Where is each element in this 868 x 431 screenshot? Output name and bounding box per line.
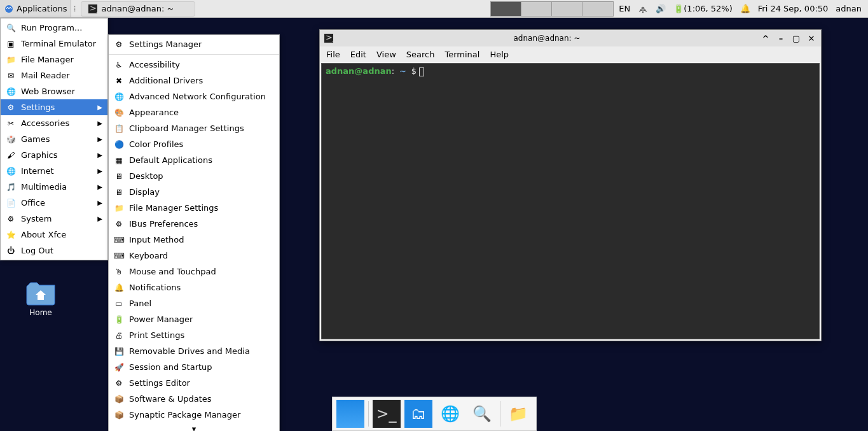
settings-item-accessibility[interactable]: ♿Accessibility [109, 57, 279, 73]
workspace-1[interactable] [491, 2, 521, 16]
battery-text: (1:06, 52%) [684, 4, 733, 13]
settings-item-session-and-startup[interactable]: 🚀Session and Startup [109, 359, 279, 375]
menu-icon: ♿ [114, 60, 124, 70]
menu-label: Power Manager [129, 314, 193, 324]
window-close-button[interactable]: ✕ [806, 32, 817, 44]
menu-item-internet[interactable]: 🌐Internet▶ [1, 163, 107, 179]
workspace-2[interactable] [521, 2, 552, 16]
menu-item-mail-reader[interactable]: ✉Mail Reader [1, 67, 107, 83]
menu-item-settings[interactable]: ⚙Settings▶ [1, 99, 107, 115]
settings-item-removable-drives-and-media[interactable]: 💾Removable Drives and Media [109, 343, 279, 359]
menu-item-about-xfce[interactable]: ⭐About Xfce [1, 227, 107, 243]
settings-item-settings-manager[interactable]: ⚙Settings Manager [109, 36, 279, 52]
dock-terminal[interactable]: >_ [373, 400, 401, 428]
volume-icon[interactable]: 🔊 [653, 4, 668, 13]
panel-left: Applications ⁞ >_ adnan@adnan: ~ [0, 0, 195, 17]
settings-item-ibus-preferences[interactable]: ⚙IBus Preferences [109, 216, 279, 232]
terminal-body[interactable]: adnan@adnan: ~ $ [321, 63, 820, 339]
dock-folder[interactable]: 📁 [504, 400, 532, 428]
settings-item-power-manager[interactable]: 🔋Power Manager [109, 311, 279, 327]
settings-item-color-profiles[interactable]: 🔵Color Profiles [109, 136, 279, 152]
terminal-menu-view[interactable]: View [376, 50, 396, 59]
desktop-home-icon[interactable]: Home [25, 280, 56, 317]
settings-item-keyboard[interactable]: ⌨Keyboard [109, 248, 279, 264]
window-maximize-button[interactable]: ▢ [790, 32, 802, 44]
menu-icon: 📋 [114, 124, 124, 134]
settings-item-software-updates[interactable]: 📦Software & Updates [109, 391, 279, 407]
language-indicator[interactable]: EN [616, 4, 633, 13]
workspace-3[interactable] [552, 2, 582, 16]
clock[interactable]: Fri 24 Sep, 00:50 [755, 4, 831, 13]
workspace-switcher [490, 1, 614, 17]
battery-indicator[interactable]: 🔋(1:06, 52%) [671, 4, 735, 13]
settings-item-additional-drivers[interactable]: ✖Additional Drivers [109, 73, 279, 88]
menu-item-run-program[interactable]: 🔍Run Program... [1, 20, 107, 36]
menu-item-log-out[interactable]: ⏻Log Out [1, 243, 107, 258]
settings-item-panel[interactable]: ▭Panel [109, 295, 279, 311]
settings-item-mouse-and-touchpad[interactable]: 🖱Mouse and Touchpad [109, 264, 279, 279]
menu-item-terminal-emulator[interactable]: ▣Terminal Emulator [1, 36, 107, 52]
window-up-button[interactable]: ^ [760, 32, 771, 44]
settings-item-print-settings[interactable]: 🖨Print Settings [109, 327, 279, 343]
settings-item-settings-editor[interactable]: ⚙Settings Editor [109, 375, 279, 391]
settings-item-notifications[interactable]: 🔔Notifications [109, 279, 279, 295]
terminal-menu-terminal[interactable]: Terminal [444, 50, 479, 59]
terminal-titlebar[interactable]: >_ adnan@adnan: ~ ^ – ▢ ✕ [320, 30, 821, 46]
panel-separator: ⁞ [71, 4, 78, 13]
menu-label: About Xfce [21, 230, 66, 239]
settings-item-default-applications[interactable]: ▦Default Applications [109, 152, 279, 168]
dock: >_ 🗂 🌐 🔍 📁 [332, 397, 537, 431]
settings-item-desktop[interactable]: 🖥Desktop [109, 168, 279, 184]
taskbar-terminal-button[interactable]: >_ adnan@adnan: ~ [81, 1, 195, 17]
menu-label: Log Out [21, 246, 53, 255]
menu-overflow-arrow[interactable]: ▾ [109, 423, 279, 431]
menu-label: System [21, 214, 52, 223]
window-minimize-button[interactable]: – [775, 32, 787, 44]
menu-icon: ▦ [114, 155, 124, 166]
terminal-menu-search[interactable]: Search [406, 50, 435, 59]
menu-icon: 🖱 [114, 267, 124, 277]
menu-label: Clipboard Manager Settings [129, 124, 244, 133]
dock-browser[interactable]: 🌐 [436, 400, 464, 428]
menu-item-office[interactable]: 📄Office▶ [1, 195, 107, 211]
menu-item-graphics[interactable]: 🖌Graphics▶ [1, 147, 107, 163]
menu-icon: ✂ [6, 118, 16, 129]
settings-item-appearance[interactable]: 🎨Appearance [109, 104, 279, 120]
settings-item-synaptic-package-manager[interactable]: 📦Synaptic Package Manager [109, 407, 279, 423]
terminal-menu-file[interactable]: File [326, 50, 340, 59]
menu-icon: 🎵 [6, 182, 16, 192]
dock-files[interactable]: 🗂 [404, 400, 432, 428]
menu-item-accessories[interactable]: ✂Accessories▶ [1, 115, 107, 131]
menu-item-games[interactable]: 🎲Games▶ [1, 131, 107, 147]
svg-text:>_: >_ [90, 4, 97, 13]
svg-text:>_: >_ [326, 34, 333, 42]
settings-item-clipboard-manager-settings[interactable]: 📋Clipboard Manager Settings [109, 120, 279, 136]
workspace-4[interactable] [582, 2, 613, 16]
menu-item-system[interactable]: ⚙System▶ [1, 211, 107, 227]
settings-item-file-manager-settings[interactable]: 📁File Manager Settings [109, 200, 279, 216]
terminal-menu-edit[interactable]: Edit [350, 50, 366, 59]
applications-menu-button[interactable]: Applications [0, 0, 71, 17]
settings-item-input-method[interactable]: ⌨Input Method [109, 232, 279, 248]
notification-icon[interactable]: 🔔 [738, 4, 753, 13]
settings-item-advanced-network-configuration[interactable]: 🌐Advanced Network Configuration [109, 88, 279, 104]
menu-item-web-browser[interactable]: 🌐Web Browser [1, 83, 107, 99]
dock-show-desktop[interactable] [336, 400, 364, 428]
menu-label: Games [21, 134, 50, 144]
terminal-menubar: FileEditViewSearchTerminalHelp [320, 46, 821, 62]
menu-label: Display [129, 187, 160, 197]
applications-menu: 🔍Run Program...▣Terminal Emulator📁File M… [0, 18, 108, 260]
network-icon[interactable] [635, 4, 651, 14]
menu-icon: ⌨ [114, 251, 124, 261]
menu-item-file-manager[interactable]: 📁File Manager [1, 52, 107, 67]
menu-label: Default Applications [129, 155, 212, 165]
menu-item-multimedia[interactable]: 🎵Multimedia▶ [1, 179, 107, 195]
dock-search[interactable]: 🔍 [468, 400, 496, 428]
settings-item-display[interactable]: 🖥Display [109, 184, 279, 200]
menu-icon: 📦 [114, 394, 124, 404]
menu-icon: ▣ [6, 39, 16, 49]
menu-icon: 🌐 [6, 87, 16, 97]
user-label[interactable]: adnan [833, 4, 864, 13]
menu-icon: ⭐ [6, 230, 16, 240]
terminal-menu-help[interactable]: Help [490, 50, 509, 59]
